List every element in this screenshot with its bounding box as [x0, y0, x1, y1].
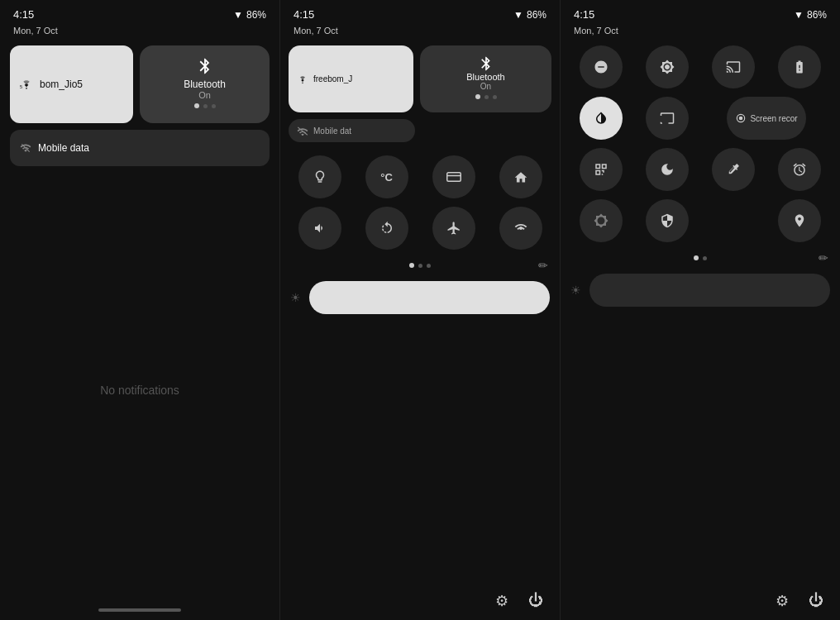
status-right-1: ▼ 86% — [233, 9, 266, 21]
notifications-area-1: No notifications — [0, 179, 279, 600]
p2-wifi-tile[interactable]: freebom_J — [289, 45, 413, 112]
p3-dnd[interactable] — [580, 45, 623, 88]
mobile-icon-1 — [20, 142, 31, 154]
date-1: Mon, 7 Oct — [0, 26, 279, 39]
p2-mobile-icon — [297, 126, 308, 136]
svg-point-6 — [739, 117, 743, 121]
p3-pg-dot-2 — [703, 256, 707, 260]
p2-edit-icon[interactable]: ✏ — [538, 259, 548, 272]
battery-1: 86% — [246, 9, 266, 21]
status-bar-3: 4:15 ▼ 86% — [561, 0, 840, 26]
tiles-row-mobile: Mobile data — [10, 130, 270, 166]
p2-flashlight[interactable] — [298, 155, 341, 198]
p3-screenrecord[interactable]: Screen recor — [727, 97, 805, 140]
time-2: 4:15 — [294, 8, 314, 21]
wifi-icon-3: ▼ — [794, 9, 804, 21]
bluetooth-tile-1[interactable]: Bluetooth On — [140, 45, 270, 123]
svg-line-2 — [298, 127, 308, 135]
p3-colorinv[interactable] — [580, 97, 623, 140]
status-right-3: ▼ 86% — [794, 9, 827, 21]
p2-power-icon[interactable]: ⏻ — [528, 592, 543, 610]
p3-extradim[interactable] — [580, 199, 623, 242]
bt-dots-1 — [191, 100, 219, 112]
quick-tiles-1: 5 bom_Jio5 Bluetooth On — [0, 39, 279, 179]
mobile-tile-1[interactable]: Mobile data — [10, 130, 270, 166]
p3-cast[interactable] — [646, 97, 689, 140]
p2-bt-tile[interactable]: Bluetooth On — [420, 45, 551, 112]
p3-brightness[interactable] — [646, 45, 689, 88]
tiles-row-top: 5 bom_Jio5 Bluetooth On — [10, 45, 270, 123]
p3-edit-icon[interactable]: ✏ — [819, 251, 828, 265]
status-bar-1: 4:15 ▼ 86% — [0, 0, 279, 26]
p3-alarm[interactable] — [778, 148, 821, 191]
p2-home[interactable] — [499, 155, 542, 198]
p3-power-icon[interactable]: ⏻ — [809, 592, 823, 610]
wifi-icon-2: ▼ — [513, 9, 523, 21]
p2-spacer — [280, 321, 560, 582]
p2-mobile-tile[interactable]: Mobile dat — [289, 119, 415, 142]
p3-colorpicker[interactable] — [712, 148, 755, 191]
status-bar-2: 4:15 ▼ 86% — [280, 0, 560, 26]
p3-brightness: ☀ — [561, 267, 840, 313]
p2-mobile-label: Mobile dat — [313, 126, 351, 136]
p3-empty1 — [712, 199, 755, 242]
dot-2 — [203, 104, 208, 108]
panel-1: 4:15 ▼ 86% Mon, 7 Oct 5 bom_Jio5 — [0, 0, 280, 620]
dot-3 — [212, 104, 216, 108]
p2-settings-icon[interactable]: ⚙ — [495, 592, 508, 610]
wifi-icon: 5 — [20, 79, 33, 90]
wifi-label-1: bom_Jio5 — [40, 79, 83, 90]
p2-bottom-icons: ⚙ ⏻ — [280, 582, 560, 620]
p2-wallet[interactable] — [432, 155, 475, 198]
p2-brightness: ☀ — [280, 274, 560, 321]
p2-bt-label: Bluetooth — [466, 72, 504, 82]
p3-dots-row: ✏ — [561, 249, 840, 267]
p3-circles-grid: Screen recor — [561, 39, 840, 249]
p2-celsius[interactable]: °C — [365, 155, 408, 198]
p2-dot-3 — [493, 95, 497, 99]
p3-brightness-slider[interactable] — [589, 274, 830, 307]
p2-autorotate[interactable] — [365, 207, 408, 250]
home-indicator-1[interactable] — [0, 600, 279, 620]
mobile-label-1: Mobile data — [38, 142, 89, 154]
panel-2: 4:15 ▼ 86% Mon, 7 Oct freebom_J — [280, 0, 561, 620]
p2-wifi-icon — [297, 74, 308, 84]
p3-screenrecord-label: Screen recor — [750, 114, 797, 123]
wifi-tile-1[interactable]: 5 bom_Jio5 — [10, 45, 133, 123]
p3-batterysaver[interactable] — [778, 45, 821, 88]
p3-location[interactable] — [778, 199, 821, 242]
p2-top-tiles: freebom_J Bluetooth On — [280, 39, 560, 119]
p2-hotspot[interactable] — [499, 207, 542, 250]
p2-mobile-row: Mobile dat — [280, 119, 560, 149]
svg-text:5: 5 — [20, 84, 22, 89]
p2-pg-dot-3 — [427, 264, 431, 268]
bluetooth-sub-1: On — [198, 90, 211, 100]
p2-dot-1 — [475, 94, 480, 99]
time-1: 4:15 — [13, 8, 34, 21]
p2-circles: °C — [280, 149, 560, 256]
p3-settings-icon[interactable]: ⚙ — [776, 592, 789, 610]
status-right-2: ▼ 86% — [513, 9, 546, 21]
time-3: 4:15 — [574, 8, 594, 21]
p2-airplane[interactable] — [432, 207, 475, 250]
p3-screencast[interactable] — [712, 45, 755, 88]
p3-qr[interactable] — [580, 148, 623, 191]
battery-2: 86% — [527, 9, 546, 21]
p2-bt-icon — [478, 55, 494, 72]
p3-nightmode[interactable] — [646, 148, 689, 191]
panel-3: 4:15 ▼ 86% Mon, 7 Oct Screen re — [561, 0, 840, 620]
wifi-icon-1: ▼ — [233, 9, 243, 21]
p3-vpn[interactable] — [646, 199, 689, 242]
p2-sound[interactable] — [298, 207, 341, 250]
bluetooth-label-1: Bluetooth — [184, 79, 226, 90]
p2-wifi-label: freebom_J — [313, 74, 352, 83]
p2-dot-2 — [484, 95, 489, 99]
svg-rect-3 — [446, 173, 461, 182]
p2-bt-sub: On — [480, 82, 491, 91]
p3-bottom-icons: ⚙ ⏻ — [561, 582, 840, 620]
p3-spacer — [561, 313, 840, 582]
p3-brightness-icon: ☀ — [570, 284, 581, 297]
home-bar-1 — [98, 608, 181, 612]
p2-brightness-slider[interactable] — [309, 281, 550, 314]
p2-brightness-icon: ☀ — [290, 291, 301, 304]
